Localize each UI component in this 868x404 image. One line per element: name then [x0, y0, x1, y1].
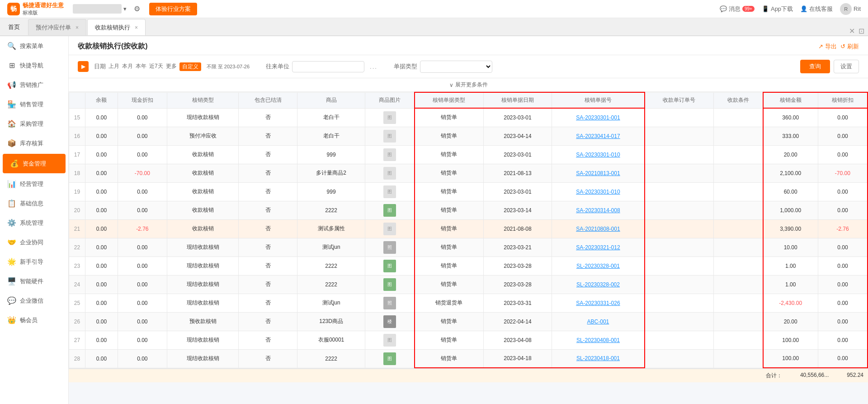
cell-13-9[interactable]: SL-20230418-001: [552, 349, 645, 368]
table-row: 180.00-70.00收款核销否多计量商品2图销货单2021-08-13SA-…: [69, 164, 868, 182]
cell-1-9[interactable]: SA-20230414-017: [552, 127, 645, 145]
sidebar-item-system[interactable]: ⚙️系统管理: [0, 213, 68, 233]
cell-12-1: 0.00: [85, 331, 118, 349]
app-download-button[interactable]: 📱 App下载: [762, 5, 793, 13]
enterprise-icon: 🤝: [7, 238, 16, 247]
sidebar-item-marketing[interactable]: 📢营销推广: [0, 75, 68, 95]
sidebar-item-purchase[interactable]: 🏠采购管理: [0, 114, 68, 133]
cell-11-3: 预收款核销: [167, 312, 239, 331]
col-header-3: 核销类型: [167, 92, 239, 108]
settings-icon[interactable]: ⚙: [134, 5, 140, 13]
cell-4-9[interactable]: SA-20230301-010: [552, 182, 645, 201]
cell-8-6: 图: [365, 257, 415, 275]
messages-button[interactable]: 💬 消息 99+: [720, 5, 755, 13]
counterpart-input[interactable]: [292, 61, 364, 72]
sidebar-item-hardware[interactable]: 🖥️智能硬件: [0, 271, 68, 291]
col-header-1: 余额: [85, 92, 118, 108]
system-icon: ⚙️: [7, 219, 16, 227]
industry-solution-button[interactable]: 体验行业方案: [149, 3, 197, 15]
cell-9-7: 销货单: [415, 275, 483, 294]
sidebar-item-operation[interactable]: 📊经营管理: [0, 174, 68, 194]
company-dropdown[interactable]: ▾: [73, 4, 127, 14]
more-link[interactable]: 更多: [166, 62, 177, 71]
cell-3-9[interactable]: SA-20210813-001: [552, 164, 645, 182]
query-button[interactable]: 查询: [800, 60, 830, 73]
this-year-link[interactable]: 本年: [136, 62, 146, 71]
last7-link[interactable]: 近7天: [149, 62, 163, 71]
cell-3-8: 2021-08-13: [483, 164, 552, 182]
sidebar-item-enterprise[interactable]: 🤝企业协同: [0, 233, 68, 252]
sidebar-item-inventory[interactable]: 📦库存核算: [0, 133, 68, 153]
col-header-2: 现金折扣: [118, 92, 167, 108]
tab-verify[interactable]: 收款核销执行 ×: [87, 19, 146, 35]
col-header-7: 核销单据类型: [415, 92, 483, 108]
sidebar-item-guide[interactable]: 🌟新手引导: [0, 252, 68, 271]
cell-6-5: 测试多属性: [297, 219, 365, 238]
cell-2-8: 2023-03-01: [483, 145, 552, 164]
user-info: R Rit: [840, 3, 861, 15]
sidebar-item-basic[interactable]: 📋基础信息: [0, 194, 68, 213]
tab-home[interactable]: 首页: [1, 19, 27, 35]
cell-12-9[interactable]: SL-20230408-001: [552, 331, 645, 349]
last-month-link[interactable]: 上月: [108, 62, 119, 71]
cell-6-9[interactable]: SA-20210808-001: [552, 219, 645, 238]
cell-13-11: [713, 349, 763, 368]
this-month-link[interactable]: 本月: [122, 62, 133, 71]
close-tab2-icon[interactable]: ×: [135, 24, 138, 31]
cell-11-10: [645, 312, 713, 331]
cell-6-1: 0.00: [85, 219, 118, 238]
page-actions: ↗ 导出 ↺ 刷新: [818, 43, 859, 51]
cell-3-4: 否: [239, 164, 297, 182]
cell-10-1: 0.00: [85, 294, 118, 312]
main-content: 收款核销执行(按收款) ↗ 导出 ↺ 刷新 ▶ 日期 上月 本月: [69, 36, 868, 404]
sidebar-label-operation: 经营管理: [20, 180, 43, 188]
cell-4-13: 0.00: [818, 182, 868, 201]
sidebar-item-wechat[interactable]: 💬企业微信: [0, 291, 68, 310]
cell-5-5: 2222: [297, 201, 365, 219]
cell-7-9[interactable]: SA-20230321-012: [552, 238, 645, 257]
refresh-button[interactable]: ↺ 刷新: [840, 43, 859, 51]
cell-9-1: 0.00: [85, 275, 118, 294]
sidebar-item-search[interactable]: 🔍搜索菜单: [0, 36, 68, 56]
cell-2-0: 17: [69, 145, 85, 164]
export-icon: ↗: [818, 43, 823, 50]
filter-expand-button[interactable]: ▶: [78, 61, 89, 72]
tab-prepay[interactable]: 预付冲应付单 ×: [28, 19, 86, 35]
cell-10-9[interactable]: SA-20230331-026: [552, 294, 645, 312]
cell-2-9[interactable]: SA-20230301-010: [552, 145, 645, 164]
cell-6-8: 2021-08-08: [483, 219, 552, 238]
sidebar-item-member[interactable]: 👑畅会员: [0, 310, 68, 330]
cell-2-13: 0.00: [818, 145, 868, 164]
sidebar-item-shortcut[interactable]: ⊞快捷导航: [0, 56, 68, 75]
sidebar-item-sales[interactable]: 🏪销售管理: [0, 95, 68, 114]
maximize-icon[interactable]: ⊡: [859, 27, 864, 35]
cell-7-4: 否: [239, 238, 297, 257]
finance-icon: 💰: [10, 159, 19, 168]
cell-9-9[interactable]: SL-20230328-002: [552, 275, 645, 294]
cell-8-9[interactable]: SL-20230328-001: [552, 257, 645, 275]
cell-4-7: 销货单: [415, 182, 483, 201]
export-button[interactable]: ↗ 导出: [818, 43, 837, 51]
cell-0-9[interactable]: SA-20230301-001: [552, 108, 645, 127]
close-tab1-icon[interactable]: ×: [75, 24, 79, 31]
cell-5-9[interactable]: SA-20230314-008: [552, 201, 645, 219]
bill-type-select[interactable]: [420, 61, 492, 73]
online-service-button[interactable]: 👤 在线客服: [800, 5, 833, 13]
setting-button[interactable]: 设置: [834, 60, 859, 73]
cell-0-6: 图: [365, 108, 415, 127]
logo-text-main: 畅捷通谱好生意: [23, 1, 64, 10]
cell-12-6: 图: [365, 331, 415, 349]
cell-8-8: 2023-03-28: [483, 257, 552, 275]
col-header-9: 核销单据号: [552, 92, 645, 108]
close-window-icon[interactable]: ✕: [849, 27, 855, 35]
cell-8-5: 2222: [297, 257, 365, 275]
tab-bar-right: ✕ ⊡: [849, 27, 868, 35]
cell-11-4: 否: [239, 312, 297, 331]
logo-icon: 畅: [7, 3, 20, 15]
cell-11-9[interactable]: ABC-001: [552, 312, 645, 331]
expand-more-bar[interactable]: ∨ 展开更多条件: [69, 78, 868, 92]
sidebar-item-finance[interactable]: 💰资金管理: [3, 154, 66, 173]
custom-date-button[interactable]: 自定义: [179, 62, 201, 71]
cell-5-10: [645, 201, 713, 219]
cell-6-0: 21: [69, 219, 85, 238]
